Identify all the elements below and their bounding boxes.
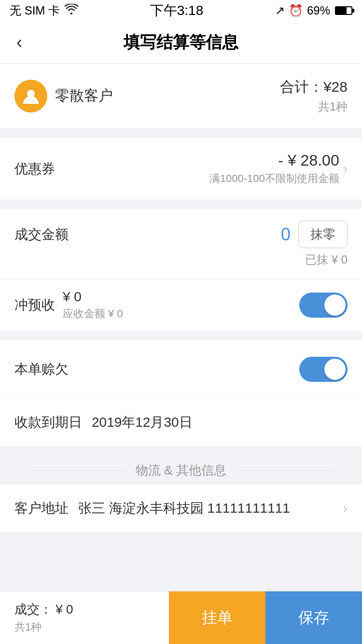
bottom-info: 成交： ¥ 0 共1种	[0, 601, 169, 634]
coupon-discount: - ¥ 28.00	[209, 152, 339, 169]
address-chevron-icon: ›	[343, 501, 348, 516]
round-button[interactable]: 抹零	[298, 221, 348, 248]
customer-info: 零散客户	[14, 80, 113, 112]
transaction-value: 0	[281, 224, 291, 245]
prepayment-row: 冲预收 ¥ 0 应收金额 ¥ 0	[0, 279, 362, 331]
battery-percentage: 69%	[307, 4, 330, 17]
carrier-label: 无 SIM 卡	[10, 3, 60, 18]
debt-row: 本单赊欠	[0, 340, 362, 399]
toggle-knob	[324, 294, 346, 316]
due-date-row: 收款到期日 2019年12月30日	[0, 399, 362, 446]
bottom-count: 共1种	[14, 620, 169, 634]
transaction-right: 0 抹零	[281, 221, 348, 248]
chevron-right-icon: ›	[343, 161, 348, 177]
debt-toggle-knob	[324, 359, 346, 380]
alarm-icon: ⏰	[289, 4, 303, 17]
address-label: 客户地址	[14, 499, 69, 518]
prepay-label: 冲预收	[14, 296, 55, 314]
total-amount: 合计：¥28	[280, 77, 348, 97]
bottom-bar: 成交： ¥ 0 共1种 挂单 保存	[0, 591, 362, 644]
customer-name: 零散客户	[55, 86, 113, 106]
due-date-value: 2019年12月30日	[92, 413, 193, 432]
transaction-section: 成交金额 0 抹零 已抹 ¥ 0 冲预收 ¥ 0 应收金额 ¥ 0	[0, 209, 362, 331]
location-icon: ↗	[275, 4, 285, 17]
divider-4	[0, 446, 362, 456]
debt-label: 本单赊欠	[14, 360, 69, 378]
coupon-label: 优惠券	[14, 160, 55, 178]
customer-row: 零散客户 合计：¥28 共1种	[0, 64, 362, 128]
prepay-left: 冲预收 ¥ 0 应收金额 ¥ 0	[14, 289, 299, 321]
bottom-actions: 挂单 保存	[169, 591, 362, 644]
coupon-description: 满1000-100不限制使用金额	[209, 171, 339, 186]
due-date-label: 收款到期日	[14, 413, 82, 432]
bottom-trade: 成交： ¥ 0	[14, 601, 169, 618]
status-bar: 无 SIM 卡 下午3:18 ↗ ⏰ 69%	[0, 0, 362, 21]
coupon-row[interactable]: 优惠券 - ¥ 28.00 满1000-100不限制使用金额 ›	[0, 138, 362, 199]
divider-1	[0, 128, 362, 138]
divider-3	[0, 331, 362, 340]
prepay-amount: ¥ 0	[63, 289, 123, 305]
debt-toggle[interactable]	[299, 357, 348, 382]
nav-bar: ‹ 填写结算等信息	[0, 21, 362, 64]
logistics-label: 物流 & 其他信息	[126, 462, 236, 479]
rounded-label: 已抹 ¥ 0	[305, 252, 348, 267]
coupon-right: - ¥ 28.00 满1000-100不限制使用金额	[209, 152, 339, 186]
page-title: 填写结算等信息	[124, 31, 238, 54]
pending-button[interactable]: 挂单	[169, 591, 265, 644]
save-button[interactable]: 保存	[265, 591, 362, 644]
divider-2	[0, 199, 362, 209]
trade-label: 成交：	[14, 602, 52, 616]
status-right: ↗ ⏰ 69%	[275, 4, 352, 17]
transaction-sub: 已抹 ¥ 0	[0, 252, 362, 279]
logistics-divider: 物流 & 其他信息	[0, 456, 362, 485]
wifi-icon	[65, 4, 78, 17]
status-time: 下午3:18	[150, 1, 204, 20]
address-row[interactable]: 客户地址 张三 海淀永丰科技园 11111111111 ›	[0, 485, 362, 532]
prepay-sub: 应收金额 ¥ 0	[63, 307, 123, 321]
debt-section: 本单赊欠 收款到期日 2019年12月30日	[0, 340, 362, 446]
coupon-section: 优惠券 - ¥ 28.00 满1000-100不限制使用金额 ›	[0, 138, 362, 199]
address-value: 张三 海淀永丰科技园 11111111111	[78, 499, 339, 518]
total-count: 共1种	[280, 99, 348, 114]
back-button[interactable]: ‹	[12, 28, 27, 57]
status-left: 无 SIM 卡	[10, 3, 78, 18]
content: 零散客户 合计：¥28 共1种 优惠券 - ¥ 28.00 满1000-100不…	[0, 64, 362, 644]
prepayment-toggle[interactable]	[299, 293, 348, 318]
trade-amount: ¥ 0	[56, 602, 73, 616]
customer-avatar	[14, 80, 47, 112]
battery-icon	[335, 6, 352, 15]
transaction-label: 成交金额	[14, 225, 69, 244]
transaction-row: 成交金额 0 抹零	[0, 209, 362, 252]
customer-totals: 合计：¥28 共1种	[280, 77, 348, 114]
